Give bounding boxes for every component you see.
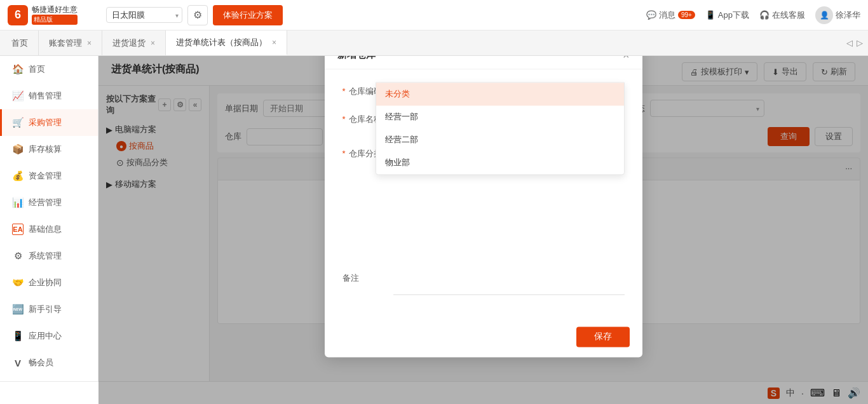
tab-next-icon[interactable]: ▷ <box>857 38 863 48</box>
sidebar-label-guide: 新手引导 <box>29 304 62 315</box>
dropdown-item-dept1[interactable]: 经营一部 <box>376 105 624 128</box>
basic-info-icon: EA <box>12 224 24 235</box>
settings-gear-button[interactable]: ⚙ <box>187 5 208 25</box>
sidebar-label-inventory: 库存核算 <box>29 144 62 155</box>
app-download-nav-item[interactable]: 📱 App下载 <box>705 10 749 21</box>
add-warehouse-dialog: 新增仓库 × * 仓库编码 * 仓库名称 <box>325 56 642 357</box>
tab-bar-actions: ◁ ▷ <box>841 30 868 55</box>
tab-bar: 首页 账套管理 × 进货退货 × 进货单统计表（按商品） × ◁ ▷ <box>0 30 868 56</box>
logo-text-block: 畅捷通好生意 精品版 <box>32 5 78 25</box>
user-avatar-area[interactable]: 👤 徐泽华 <box>815 6 860 24</box>
sidebar: 🏠 首页 📈 销售管理 🛒 采购管理 📦 库存核算 💰 资金管理 📊 经营管理 … <box>0 56 98 404</box>
sidebar-item-finance[interactable]: 💰 资金管理 <box>0 163 98 189</box>
guide-icon: 🆕 <box>12 304 24 315</box>
form-label-note: 备注 <box>342 269 393 284</box>
sidebar-label-finance: 资金管理 <box>29 170 62 182</box>
sidebar-item-system[interactable]: ⚙ 系统管理 <box>0 243 98 269</box>
sidebar-item-management[interactable]: 📊 经营管理 <box>0 189 98 216</box>
message-icon: 💬 <box>646 10 656 20</box>
sales-icon: 📈 <box>12 90 24 102</box>
sidebar-label-purchase: 采购管理 <box>29 117 62 128</box>
dialog-header: 新增仓库 × <box>325 56 642 69</box>
sidebar-label-basic-info: 基础信息 <box>29 224 62 235</box>
tab-close-purchase-return[interactable]: × <box>151 39 155 48</box>
save-button[interactable]: 保存 <box>576 327 630 347</box>
warehouse-note-textarea[interactable] <box>393 269 625 295</box>
logo-badge: 精品版 <box>32 15 78 25</box>
enterprise-icon: 🤝 <box>12 277 24 288</box>
tab-close-purchase-stats[interactable]: × <box>272 38 276 47</box>
store-select[interactable]: 日太阳膜 <box>106 7 182 23</box>
avatar: 👤 <box>815 6 833 24</box>
gear-icon: ⚙ <box>193 9 202 21</box>
dropdown-item-property[interactable]: 物业部 <box>376 151 624 174</box>
sidebar-item-inventory[interactable]: 📦 库存核算 <box>0 136 98 163</box>
sidebar-label-management: 经营管理 <box>29 197 62 208</box>
online-service-nav-item[interactable]: 🎧 在线客服 <box>759 10 805 21</box>
form-row-note: 备注 <box>342 269 625 295</box>
notification-badge: 99+ <box>678 11 695 19</box>
sidebar-label-sales: 销售管理 <box>29 90 62 102</box>
app-center-icon: 📱 <box>12 330 24 342</box>
system-icon: ⚙ <box>12 250 24 262</box>
content-area: 进货单统计(按商品) 🖨 按模板打印 ▾ ⬇ 导出 ↻ 刷新 <box>98 56 868 404</box>
tab-close-account[interactable]: × <box>87 39 92 48</box>
dropdown-item-dept2[interactable]: 经营二部 <box>376 128 624 151</box>
member-icon: V <box>12 357 24 368</box>
tab-account[interactable]: 账套管理 × <box>39 30 102 55</box>
sidebar-label-system: 系统管理 <box>29 250 62 262</box>
dialog-title: 新增仓库 <box>337 56 376 61</box>
app-logo-icon: 6 <box>8 5 28 25</box>
sidebar-item-enterprise[interactable]: 🤝 企业协同 <box>0 269 98 296</box>
sidebar-item-member[interactable]: V 畅会员 <box>0 349 98 376</box>
search-select-wrap[interactable]: 日太阳膜 <box>106 7 182 23</box>
dropdown-item-uncategorized[interactable]: 未分类 <box>376 83 624 105</box>
tab-purchase-stats[interactable]: 进货单统计表（按商品） × <box>166 30 287 55</box>
sidebar-label-app-center: 应用中心 <box>29 330 62 342</box>
management-icon: 📊 <box>12 197 24 208</box>
dialog-close-button[interactable]: × <box>623 56 630 61</box>
dialog-body: * 仓库编码 * 仓库名称 请输入仓库名称 <box>325 69 642 319</box>
logo-area: 6 畅捷通好生意 精品版 <box>8 5 106 25</box>
logo-subtitle: 畅捷通好生意 <box>32 5 78 15</box>
sidebar-item-basic-info[interactable]: EA 基础信息 <box>0 216 98 243</box>
sidebar-item-home[interactable]: 🏠 首页 <box>0 56 98 83</box>
sidebar-label-member: 畅会员 <box>29 357 53 368</box>
dialog-footer: 保存 <box>325 319 642 357</box>
sidebar-item-app-center[interactable]: 📱 应用中心 <box>0 323 98 349</box>
purchase-icon: 🛒 <box>12 117 24 128</box>
category-dropdown-list: 未分类 经营一部 经营二部 物业部 <box>376 82 625 175</box>
mobile-icon: 📱 <box>705 10 715 20</box>
message-nav-item[interactable]: 💬 消息 99+ <box>646 10 695 21</box>
headset-icon: 🎧 <box>759 10 770 20</box>
sidebar-item-guide[interactable]: 🆕 新手引导 <box>0 296 98 323</box>
tab-purchase-return[interactable]: 进货退货 × <box>102 30 166 55</box>
finance-icon: 💰 <box>12 170 24 182</box>
main-layout: 🏠 首页 📈 销售管理 🛒 采购管理 📦 库存核算 💰 资金管理 📊 经营管理 … <box>0 56 868 404</box>
home-icon: 🏠 <box>12 64 24 75</box>
trial-industry-button[interactable]: 体验行业方案 <box>213 5 283 25</box>
sidebar-label-enterprise: 企业协同 <box>29 277 62 288</box>
tab-home[interactable]: 首页 <box>1 30 39 55</box>
sidebar-item-purchase[interactable]: 🛒 采购管理 <box>0 109 98 136</box>
header-right-area: 💬 消息 99+ 📱 App下载 🎧 在线客服 👤 徐泽华 <box>646 6 860 24</box>
inventory-icon: 📦 <box>12 144 24 155</box>
sidebar-item-sales[interactable]: 📈 销售管理 <box>0 83 98 109</box>
sidebar-label-home: 首页 <box>29 64 45 75</box>
top-header: 6 畅捷通好生意 精品版 日太阳膜 ⚙ 体验行业方案 💬 消息 99+ 📱 Ap… <box>0 0 868 30</box>
tab-prev-icon[interactable]: ◁ <box>846 38 853 48</box>
